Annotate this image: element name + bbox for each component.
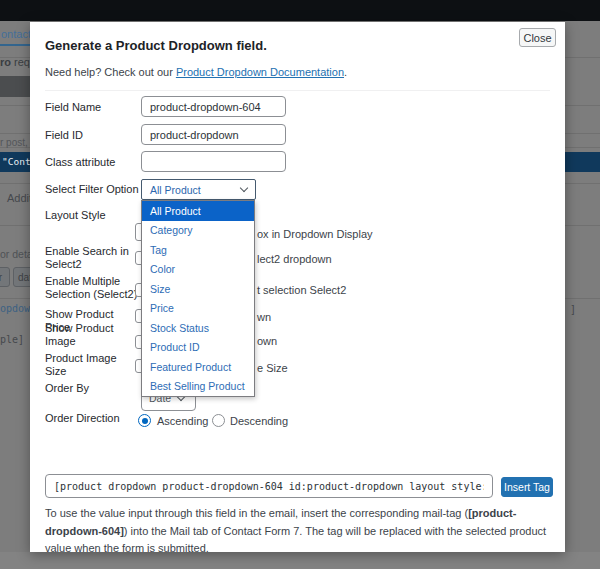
layout-style-helper-fragment: ox in Dropdown Display xyxy=(257,228,373,240)
show-image-helper-fragment: own xyxy=(257,335,277,347)
field-name-label: Field Name xyxy=(45,101,139,114)
admin-topbar xyxy=(0,0,600,21)
descending-label: Descending xyxy=(230,415,288,427)
filter-option[interactable]: Category xyxy=(142,221,254,241)
field-name-input[interactable] xyxy=(141,96,286,117)
class-attribute-input[interactable] xyxy=(141,151,286,172)
show-product-image-label: Show Product Image xyxy=(45,322,139,348)
bg-pro-notice-bold: ro xyxy=(0,56,11,68)
filter-option[interactable]: Size xyxy=(142,279,254,299)
filter-option[interactable]: Price xyxy=(142,299,254,319)
field-id-label: Field ID xyxy=(45,129,139,142)
filter-option[interactable]: Product ID xyxy=(142,338,254,358)
filter-option[interactable]: Tag xyxy=(142,240,254,260)
bg-taggen-button-1: r xyxy=(0,267,10,287)
filter-option[interactable]: Best Selling Product xyxy=(142,377,254,397)
enable-multiple-label: Enable Multiple Selection (Select2) xyxy=(45,275,139,301)
help-prefix: Need help? Check out our xyxy=(45,66,176,78)
header-divider xyxy=(45,90,550,91)
bg-mailtag-fragment: ple] xyxy=(0,334,24,345)
ascending-label: Ascending xyxy=(157,415,208,427)
select-filter-option-select[interactable]: All Product xyxy=(141,179,256,200)
help-suffix: . xyxy=(344,66,347,78)
enable-search-helper-fragment: lect2 dropdown xyxy=(257,253,332,265)
insert-tag-button[interactable]: Insert Tag xyxy=(501,477,553,497)
close-button[interactable]: Close xyxy=(519,28,556,47)
mail-tag-note: To use the value input through this fiel… xyxy=(45,505,561,558)
show-price-helper-fragment: wn xyxy=(257,311,271,323)
chevron-down-icon xyxy=(240,184,248,192)
dialog-title: Generate a Product Dropdown field. xyxy=(45,38,267,53)
select-filter-selected-value: All Product xyxy=(150,184,201,196)
active-tab-underline xyxy=(0,44,30,46)
descending-radio[interactable] xyxy=(212,414,225,427)
enable-search-label: Enable Search in Select2 xyxy=(45,245,139,271)
bg-right-bracket-fragment: ] xyxy=(570,304,576,315)
filter-option[interactable]: Stock Status xyxy=(142,318,254,338)
shortcode-input[interactable] xyxy=(45,474,493,498)
image-size-helper-fragment: e Size xyxy=(257,362,288,374)
enable-multiple-helper-fragment: t selection Select2 xyxy=(257,284,346,296)
admin-toolbar-fragment xyxy=(0,76,30,97)
screen: ontact Fo ro requi r post, pa "Contac Ad… xyxy=(0,0,600,569)
tag-generator-dialog: Close Generate a Product Dropdown field.… xyxy=(30,22,565,552)
order-direction-label: Order Direction xyxy=(45,412,139,425)
field-id-input[interactable] xyxy=(141,124,286,145)
help-text: Need help? Check out our Product Dropdow… xyxy=(45,66,347,78)
documentation-link[interactable]: Product Dropdown Documentation xyxy=(176,66,344,78)
ascending-radio[interactable] xyxy=(138,414,151,427)
filter-option[interactable]: Color xyxy=(142,260,254,280)
filter-options-list: All ProductCategoryTagColorSizePriceStoc… xyxy=(141,200,255,397)
order-by-label: Order By xyxy=(45,382,139,395)
select-filter-option-label: Select Filter Option xyxy=(45,183,139,196)
class-attribute-label: Class attribute xyxy=(45,156,139,169)
filter-option[interactable]: Featured Product xyxy=(142,357,254,377)
layout-style-label: Layout Style xyxy=(45,209,139,222)
product-image-size-label: Product Image Size xyxy=(45,352,139,378)
filter-option[interactable]: All Product xyxy=(142,201,254,221)
note-before: To use the value input through this fiel… xyxy=(45,507,468,519)
